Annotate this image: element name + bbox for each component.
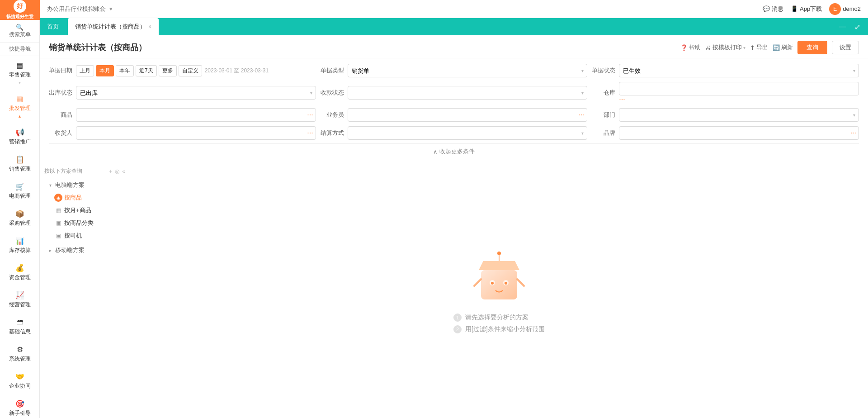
sidebar-item-label-sales: 销售管理 xyxy=(9,165,31,173)
sidebar-item-ecommerce[interactable]: 🛒 电商管理 xyxy=(0,177,39,204)
sidebar-item-label-wholesale: 批发管理 xyxy=(9,104,31,112)
app-download-button[interactable]: 📱 App下载 xyxy=(791,5,822,13)
doc-status-select[interactable]: 已生效 xyxy=(619,64,859,77)
sidebar-item-basic[interactable]: 🗃 基础信息 xyxy=(0,313,39,340)
tree-group-pc[interactable]: ▾ 电脑端方案 xyxy=(40,179,130,191)
quick-nav-button[interactable]: 快捷导航 xyxy=(0,43,39,56)
refresh-icon: 🔄 xyxy=(773,44,780,51)
doc-status-control: 已生效 ▾ xyxy=(619,64,859,77)
message-button[interactable]: 💬 消息 xyxy=(763,5,783,13)
sidebar-item-sales[interactable]: 📋 销售管理 xyxy=(0,150,39,177)
tabbar-actions: — ⤢ xyxy=(837,21,868,32)
industry-dropdown-icon[interactable]: ▾ xyxy=(109,5,113,12)
salesperson-input[interactable] xyxy=(348,108,588,122)
tree-item-by-product[interactable]: ◉ 按商品 xyxy=(40,191,130,204)
payment-status-label: 收款状态 xyxy=(321,89,348,97)
ecommerce-icon: 🛒 xyxy=(15,182,24,191)
date-this-year[interactable]: 本年 xyxy=(116,65,134,76)
export-icon: ⬆ xyxy=(750,44,755,51)
svg-line-9 xyxy=(517,279,524,286)
sidebar-item-finance[interactable]: 💰 资金管理 xyxy=(0,259,39,286)
date-this-month[interactable]: 本月 xyxy=(96,65,114,76)
refresh-label: 刷新 xyxy=(781,43,793,52)
sidebar-item-retail[interactable]: ▤ 零售管理 ▾ xyxy=(0,56,39,90)
sidebar-item-newbie[interactable]: 🎯 新手引导 xyxy=(0,394,39,418)
warehouse-dots[interactable]: ··· xyxy=(619,95,625,103)
tab-home[interactable]: 首页 xyxy=(40,18,66,35)
purchase-icon: 📦 xyxy=(15,209,24,218)
sidebar-item-wholesale[interactable]: ▦ 批发管理 ▴ xyxy=(0,90,39,123)
collapse-filters-button[interactable]: ∧ 收起更多条件 xyxy=(49,143,859,157)
department-control: ▾ xyxy=(619,108,859,122)
help-button[interactable]: ❓ 帮助 xyxy=(680,43,701,52)
product-dots[interactable]: ··· xyxy=(307,111,313,119)
tab-close-icon[interactable]: × xyxy=(148,24,151,30)
scheme-panel-header: 按以下方案查询 + ◎ « xyxy=(40,167,130,179)
scheme-tree: ▾ 电脑端方案 ◉ 按商品 ▦ 按月+商品 ▣ xyxy=(40,179,130,256)
warehouse-input[interactable] xyxy=(619,82,859,95)
warehouse-label: 仓库 xyxy=(592,89,619,97)
collapse-panel-button[interactable]: « xyxy=(122,168,125,175)
product-input[interactable] xyxy=(76,108,316,122)
sidebar-item-operation[interactable]: 📈 经营管理 xyxy=(0,286,39,313)
filter-warehouse: 仓库 ··· xyxy=(592,82,859,104)
help-label: 帮助 xyxy=(689,43,701,52)
brand-input[interactable] xyxy=(619,126,859,140)
date-more[interactable]: 更多 xyxy=(159,65,177,76)
settings-scheme-button[interactable]: ◎ xyxy=(115,168,119,175)
header-actions: ❓ 帮助 🖨 按模板打印 ▾ ⬆ 导出 🔄 刷新 查询 设置 xyxy=(680,41,859,54)
filter-area: 单据日期 上月 本月 本年 近7天 更多 自定义 2023-03-01 至 20… xyxy=(40,58,868,163)
svg-point-5 xyxy=(505,282,507,285)
payment-status-select[interactable] xyxy=(348,86,588,100)
tree-item-by-month-product[interactable]: ▦ 按月+商品 xyxy=(40,204,130,217)
app-logo: 好 畅捷通好生意 xyxy=(0,0,40,20)
date-custom[interactable]: 自定义 xyxy=(179,65,202,76)
help-icon: ❓ xyxy=(680,44,688,51)
payment-method-select[interactable] xyxy=(348,126,588,140)
doc-type-select[interactable]: 销货单 xyxy=(348,64,588,77)
template-print-button[interactable]: 🖨 按模板打印 ▾ xyxy=(705,43,745,52)
department-select[interactable] xyxy=(619,108,859,122)
tree-item-by-month-product-label: 按月+商品 xyxy=(64,206,91,214)
data-panel: 1 请先选择要分析的方案 2 用[过滤]条件来缩小分析范围 xyxy=(130,163,868,418)
sidebar-item-label-purchase: 采购管理 xyxy=(9,219,31,227)
sidebar-item-system[interactable]: ⚙ 系统管理 xyxy=(0,340,39,367)
svg-point-4 xyxy=(491,282,494,285)
recipient-dots[interactable]: ··· xyxy=(307,129,313,137)
tree-item-by-printer[interactable]: ▣ 按司机 xyxy=(40,229,130,242)
tree-mobile-collapse-icon: ▸ xyxy=(47,247,53,253)
tree-item-by-product-category[interactable]: ▣ 按商品分类 xyxy=(40,217,130,229)
settings-button[interactable]: 设置 xyxy=(832,41,859,54)
recipient-input[interactable] xyxy=(76,126,316,140)
search-menu-button[interactable]: 🔍 搜索菜单 xyxy=(0,20,39,43)
tab-active[interactable]: 销货单统计计表（按商品） × xyxy=(68,18,159,35)
sidebar-item-enterprise[interactable]: 🤝 企业协同 xyxy=(0,367,39,394)
sidebar-item-marketing[interactable]: 📢 营销推广 xyxy=(0,123,39,150)
query-button[interactable]: 查询 xyxy=(797,41,827,54)
date-last-7days[interactable]: 近7天 xyxy=(136,65,157,76)
sidebar-item-purchase[interactable]: 📦 采购管理 xyxy=(0,204,39,232)
scheme-panel-actions: + ◎ « xyxy=(109,168,125,175)
sidebar-item-label-inventory: 库存核算 xyxy=(9,247,31,254)
refresh-button[interactable]: 🔄 刷新 xyxy=(773,43,793,52)
add-scheme-button[interactable]: + xyxy=(109,168,112,175)
printer-icon: ▣ xyxy=(54,233,62,239)
newbie-icon: 🎯 xyxy=(15,399,24,408)
tree-group-pc-label: 电脑端方案 xyxy=(55,181,85,189)
sidebar-item-label-system: 系统管理 xyxy=(9,355,31,363)
sidebar-item-inventory[interactable]: 📊 库存核算 xyxy=(0,232,39,259)
tree-group-mobile[interactable]: ▸ 移动端方案 xyxy=(40,244,130,256)
window-maximize-button[interactable]: ⤢ xyxy=(852,21,863,32)
export-button[interactable]: ⬆ 导出 xyxy=(750,43,768,52)
scheme-panel-title: 按以下方案查询 xyxy=(44,167,82,175)
basic-icon: 🗃 xyxy=(15,318,24,327)
brand-dots[interactable]: ··· xyxy=(850,129,856,137)
window-minimize-button[interactable]: — xyxy=(837,21,848,32)
product-scheme-icon: ◉ xyxy=(54,194,62,202)
date-row: 上月 本月 本年 近7天 更多 自定义 2023-03-01 至 2023-03… xyxy=(76,65,269,76)
warehouse-status-select[interactable]: 已出库 xyxy=(76,86,316,100)
payment-method-control: ▾ xyxy=(348,126,588,140)
salesperson-dots[interactable]: ··· xyxy=(579,111,585,119)
user-profile-button[interactable]: E demo2 xyxy=(829,3,861,15)
date-last-month[interactable]: 上月 xyxy=(76,65,94,76)
